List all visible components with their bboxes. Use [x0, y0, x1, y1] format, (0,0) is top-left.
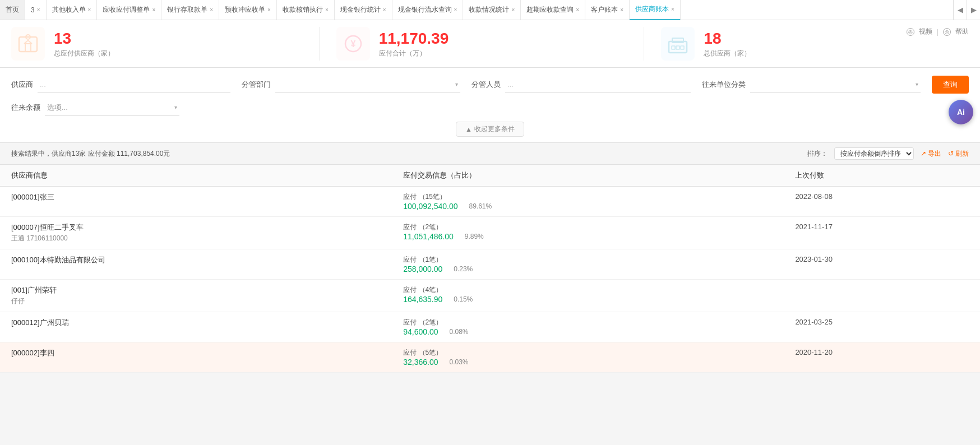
svg-rect-7: [672, 46, 675, 49]
export-button[interactable]: ↗ 导出: [921, 149, 941, 159]
tx-amount-3: 164,635.90: [403, 295, 442, 304]
supplier-link-2[interactable]: [000100]本特勤油品有限公司: [11, 256, 105, 264]
supplier-link-5[interactable]: [000002]李四: [11, 349, 54, 357]
dept-select[interactable]: ▾: [275, 76, 461, 93]
tx-count-0: （15笔）: [419, 193, 446, 201]
supplier-link-4[interactable]: [000012]广州贝瑞: [11, 318, 69, 327]
manager-dots: ...: [507, 80, 514, 89]
close-tab-tab3[interactable]: ×: [37, 7, 40, 13]
nav-tab-collection-stat[interactable]: 收款情况统计×: [463, 0, 521, 20]
tx-type-1: 应付: [403, 223, 418, 231]
ai-button[interactable]: Ai: [949, 100, 973, 124]
collapse-label: 收起更多条件: [474, 124, 515, 134]
nav-tab-advance-receipt[interactable]: 预收冲应收单×: [219, 0, 277, 20]
tx-type-count-3: 应付 （4笔）: [403, 285, 773, 295]
nav-tab-cash-bank-stat[interactable]: 现金银行统计×: [335, 0, 392, 20]
tx-count-2: （1笔）: [419, 256, 443, 263]
cell-lastpayment-2: 2023-01-30: [784, 249, 980, 280]
close-tab-supplier-ledger[interactable]: ×: [671, 6, 674, 12]
nav-tab-tab3[interactable]: 3×: [25, 0, 47, 20]
cell-lastpayment-1: 2021-11-17: [784, 217, 980, 249]
supplier-link-3[interactable]: [001]广州荣轩: [11, 286, 57, 294]
nav-left-arrow[interactable]: ◀: [953, 0, 967, 20]
close-tab-collection-stat[interactable]: ×: [511, 7, 515, 13]
close-tab-other-income[interactable]: ×: [88, 7, 91, 13]
nav-tab-cash-bank-flow[interactable]: 现金银行流水查询×: [392, 0, 464, 20]
separator: |: [937, 28, 939, 36]
nav-tab-collection-verify[interactable]: 收款核销执行×: [277, 0, 335, 20]
manager-input[interactable]: ...: [505, 76, 691, 93]
nav-tab-customer-ledger[interactable]: 客户账本×: [585, 0, 630, 20]
tx-amount-2: 258,000.00: [403, 265, 442, 274]
cell-supplier-5: [000002]李四: [0, 342, 392, 373]
tx-percentage-3: 0.15%: [454, 295, 473, 303]
nav-tab-supplier-ledger[interactable]: 供应商账本×: [630, 0, 681, 20]
cell-supplier-0: [000001]张三: [0, 187, 392, 217]
nav-tab-other-income[interactable]: 其他收入单×: [47, 0, 98, 20]
card-icon-payable-amount: ¥: [336, 27, 370, 61]
nav-tab-bank-deposit[interactable]: 银行存取款单×: [161, 0, 219, 20]
th-tx-info: 应付交易信息（占比）: [392, 165, 784, 187]
tx-amount-row-0: 100,092,540.0089.61%: [403, 202, 773, 211]
tx-amount-row-4: 94,600.000.08%: [403, 327, 773, 336]
category-label: 往来单位分类: [702, 80, 746, 90]
table-row: [000012]广州贝瑞应付 （2笔）94,600.000.08%2021-03…: [0, 312, 980, 342]
help-link[interactable]: 帮助: [955, 27, 969, 36]
supplier-dots: ...: [40, 80, 46, 89]
cell-lastpayment-4: 2021-03-25: [784, 312, 980, 342]
refresh-label: 刷新: [955, 149, 969, 159]
tx-percentage-2: 0.23%: [454, 265, 473, 273]
search-button[interactable]: 查询: [932, 76, 969, 94]
dept-label: 分管部门: [242, 80, 271, 90]
nav-tab-home[interactable]: 首页: [0, 0, 25, 20]
balance-placeholder: 选项...: [47, 103, 68, 113]
tx-count-3: （4笔）: [419, 286, 443, 294]
close-tab-cash-bank-stat[interactable]: ×: [383, 7, 386, 13]
balance-select[interactable]: 选项... ▾: [45, 99, 179, 116]
nav-tab-overdue-query[interactable]: 超期应收款查询×: [521, 0, 585, 20]
close-tab-ar-ap-adjust[interactable]: ×: [152, 7, 155, 13]
close-tab-collection-verify[interactable]: ×: [325, 7, 329, 13]
card-number-total-suppliers: 18: [704, 29, 751, 48]
card-content-payable-amount: 11,170.39应付合计（万）: [379, 29, 449, 59]
supplier-link-1[interactable]: [000007]恒旺二手叉车: [11, 223, 84, 231]
supplier-link-0[interactable]: [000001]张三: [11, 193, 54, 201]
supplier-label: 供应商: [11, 80, 33, 90]
tx-type-count-5: 应付 （5笔）: [403, 348, 773, 358]
tx-amount-1: 11,051,486.00: [403, 232, 454, 241]
table-row: [001]广州荣轩仔仔应付 （4笔）164,635.900.15%: [0, 280, 980, 312]
sort-select[interactable]: 按应付余额倒序排序: [834, 147, 914, 160]
card-number-payable-suppliers: 13: [54, 29, 114, 48]
video-link[interactable]: 视频: [919, 27, 932, 36]
supplier-input[interactable]: ...: [38, 76, 230, 93]
table-row: [000100]本特勤油品有限公司应付 （1笔）258,000.000.23%2…: [0, 249, 980, 280]
cell-supplier-1: [000007]恒旺二手叉车王通 17106110000: [0, 217, 392, 249]
results-bar: 搜索结果中，供应商13家 应付金额 111,703,854.00元 排序： 按应…: [0, 143, 980, 165]
close-tab-bank-deposit[interactable]: ×: [210, 7, 213, 13]
nav-right-arrow[interactable]: ▶: [967, 0, 980, 20]
tx-amount-0: 100,092,540.00: [403, 202, 457, 211]
category-select[interactable]: ▾: [750, 76, 921, 93]
top-navigation: 首页3×其他收入单×应收应付调整单×银行存取款单×预收冲应收单×收款核销执行×现…: [0, 0, 980, 20]
filter-row-2: 往来余额 选项... ▾: [11, 99, 179, 116]
collapse-button[interactable]: ▲ 收起更多条件: [456, 122, 524, 137]
manager-label: 分管人员: [471, 80, 501, 90]
tx-percentage-1: 9.89%: [465, 233, 484, 240]
close-tab-cash-bank-flow[interactable]: ×: [454, 7, 457, 13]
filter-balance: 往来余额 选项... ▾: [11, 99, 179, 116]
close-tab-advance-receipt[interactable]: ×: [267, 7, 271, 13]
collapse-icon: ▲: [465, 126, 472, 133]
supplier-subinfo-3: 仔仔: [11, 296, 381, 306]
tx-count-5: （5笔）: [419, 349, 443, 356]
tx-percentage-5: 0.03%: [449, 358, 468, 366]
tx-type-3: 应付: [403, 286, 418, 294]
close-tab-customer-ledger[interactable]: ×: [620, 7, 623, 13]
supplier-subinfo-1: 王通 17106110000: [11, 234, 381, 243]
refresh-button[interactable]: ↺ 刷新: [948, 149, 969, 159]
card-label-total-suppliers: 总供应商（家）: [704, 49, 751, 58]
main-table-container: 供应商信息 应付交易信息（占比） 上次付数 [000001]张三应付 （15笔）…: [0, 165, 980, 373]
nav-tab-ar-ap-adjust[interactable]: 应收应付调整单×: [97, 0, 161, 20]
tx-amount-5: 32,366.00: [403, 358, 438, 367]
tx-amount-row-5: 32,366.000.03%: [403, 358, 773, 367]
close-tab-overdue-query[interactable]: ×: [576, 7, 579, 13]
